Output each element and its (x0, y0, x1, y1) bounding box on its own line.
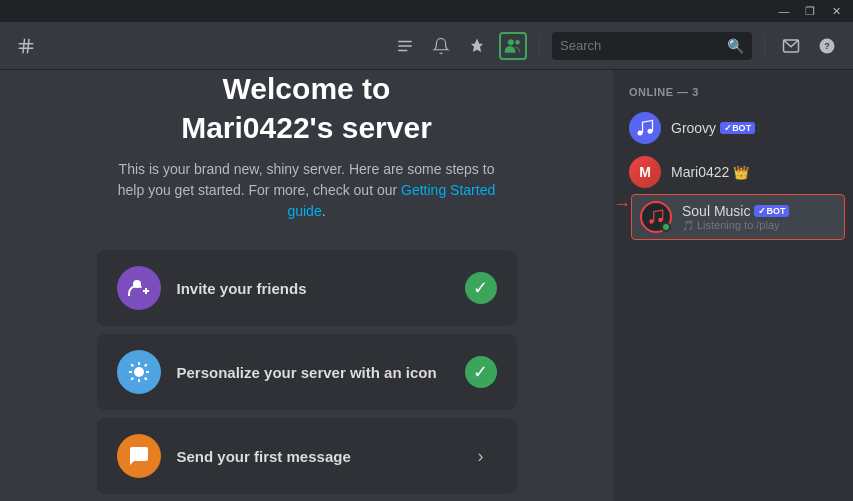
svg-point-7 (638, 131, 643, 136)
soul-name-row: Soul Music BOT (682, 203, 836, 219)
member-avatar-soul (640, 201, 672, 233)
member-avatar-groovy (629, 112, 661, 144)
app: 🔍 ? Welcome to Mar (0, 22, 853, 501)
soul-status: 🎵 Listening to /play (682, 219, 836, 231)
groovy-bot-badge: BOT (720, 122, 755, 134)
groovy-name: Groovy (671, 120, 716, 136)
groovy-name-row: Groovy BOT (671, 120, 837, 136)
toolbar-divider-2 (764, 34, 765, 58)
svg-point-9 (649, 219, 654, 224)
close-button[interactable]: ✕ (823, 0, 849, 22)
svg-text:?: ? (824, 41, 830, 51)
first-message-card[interactable]: Send your first message › (97, 418, 517, 494)
member-info-groovy: Groovy BOT (671, 120, 837, 136)
svg-point-8 (648, 129, 653, 134)
personalize-check-icon: ✓ (465, 356, 497, 388)
soul-bot-badge: BOT (754, 205, 789, 217)
arrow-indicator: → (613, 194, 631, 215)
svg-point-10 (658, 218, 663, 223)
music-note-icon: 🎵 (682, 220, 694, 231)
member-item-mari[interactable]: M Mari0422 👑 (621, 150, 845, 194)
main-area: 🔍 ? Welcome to Mar (0, 22, 853, 501)
toolbar-divider (539, 34, 540, 58)
first-message-chevron-icon: › (465, 440, 497, 472)
svg-point-0 (508, 39, 514, 45)
soul-name: Soul Music (682, 203, 750, 219)
search-bar[interactable]: 🔍 (552, 32, 752, 60)
mari-name: Mari0422 (671, 164, 729, 180)
member-item-groovy[interactable]: Groovy BOT (621, 106, 845, 150)
personalize-icon (117, 350, 161, 394)
help-icon[interactable]: ? (813, 32, 841, 60)
svg-point-6 (134, 367, 144, 377)
content-split: Welcome to Mari0422's server This is you… (0, 70, 853, 501)
invite-icon (117, 266, 161, 310)
toolbar: 🔍 ? (0, 22, 853, 70)
online-status-dot (661, 222, 671, 232)
threads-icon[interactable] (391, 32, 419, 60)
crown-icon: 👑 (733, 165, 749, 180)
invite-check-icon: ✓ (465, 272, 497, 304)
member-info-soul: Soul Music BOT 🎵 Listening to /play (682, 203, 836, 231)
soul-music-container: → Soul M (631, 194, 845, 240)
pin-icon[interactable] (463, 32, 491, 60)
members-icon[interactable] (499, 32, 527, 60)
minimize-button[interactable]: — (771, 0, 797, 22)
invite-friends-card[interactable]: Invite your friends ✓ (97, 250, 517, 326)
members-section-header: ONLINE — 3 (621, 86, 845, 98)
restore-button[interactable]: ❐ (797, 0, 823, 22)
search-input[interactable] (560, 38, 727, 53)
first-message-label: Send your first message (177, 448, 465, 465)
hashtag-icon (12, 32, 40, 60)
welcome-content: Welcome to Mari0422's server This is you… (0, 70, 613, 501)
member-item-soul[interactable]: Soul Music BOT 🎵 Listening to /play (631, 194, 845, 240)
titlebar: — ❐ ✕ (0, 0, 853, 22)
member-info-mari: Mari0422 👑 (671, 164, 837, 180)
notification-bell-icon[interactable] (427, 32, 455, 60)
welcome-title: Welcome to Mari0422's server (181, 70, 432, 147)
member-avatar-mari: M (629, 156, 661, 188)
search-icon: 🔍 (727, 38, 744, 54)
members-sidebar: ONLINE — 3 Groovy BOT (613, 70, 853, 501)
svg-point-1 (515, 40, 520, 45)
invite-label: Invite your friends (177, 280, 465, 297)
message-icon (117, 434, 161, 478)
welcome-subtitle: This is your brand new, shiny server. He… (117, 159, 497, 222)
inbox-icon[interactable] (777, 32, 805, 60)
personalize-card[interactable]: Personalize your server with an icon ✓ (97, 334, 517, 410)
mari-name-row: Mari0422 👑 (671, 164, 837, 180)
personalize-label: Personalize your server with an icon (177, 364, 465, 381)
